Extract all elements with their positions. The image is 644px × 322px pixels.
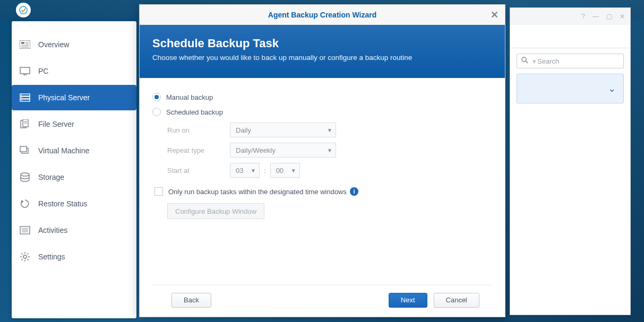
start-minute-select[interactable]: 00 ▼ bbox=[270, 163, 300, 178]
svg-line-29 bbox=[526, 61, 528, 63]
chevron-down-icon: ▼ bbox=[251, 168, 256, 173]
chevron-down-icon: ▼ bbox=[327, 127, 332, 133]
sidebar-item-storage[interactable]: Storage bbox=[12, 164, 136, 190]
field-repeat-type: Repeat type Daily/Weekly ▼ bbox=[167, 143, 492, 158]
app-launcher-icon[interactable] bbox=[16, 3, 31, 18]
svg-marker-22 bbox=[21, 200, 24, 203]
svg-point-28 bbox=[522, 57, 526, 62]
radio-label: Scheduled backup bbox=[166, 108, 223, 116]
sidebar-item-label: Overview bbox=[38, 40, 69, 49]
checkbox-label: Only run backup tasks within the designa… bbox=[168, 188, 347, 196]
radio-manual-backup[interactable]: Manual backup bbox=[152, 93, 492, 101]
background-app-window: ? — ▢ ✕ ▾ Search ⌄ bbox=[510, 7, 631, 315]
search-placeholder: Search bbox=[537, 57, 559, 65]
sidebar-item-label: File Server bbox=[38, 120, 74, 128]
overview-icon bbox=[19, 39, 31, 50]
banner-title: Schedule Backup Task bbox=[152, 37, 492, 50]
wizard-body: Manual backup Scheduled backup Run on Da… bbox=[140, 78, 505, 285]
svg-point-13 bbox=[21, 97, 22, 98]
wizard-banner: Schedule Backup Task Choose whether you … bbox=[140, 25, 505, 78]
sidebar-item-label: Storage bbox=[38, 173, 64, 181]
search-icon bbox=[521, 57, 528, 65]
sidebar-item-virtual-machine[interactable]: Virtual Machine bbox=[12, 138, 136, 163]
svg-point-0 bbox=[20, 6, 27, 14]
wizard-title: Agent Backup Creation Wizard bbox=[268, 11, 376, 19]
svg-rect-2 bbox=[21, 42, 24, 44]
sidebar-item-label: Activities bbox=[38, 226, 67, 234]
select-value: Daily bbox=[236, 126, 251, 134]
field-label: Run on bbox=[167, 126, 230, 134]
sidebar-item-label: Restore Status bbox=[38, 199, 88, 208]
svg-rect-7 bbox=[20, 67, 30, 74]
select-value: Daily/Weekly bbox=[236, 146, 276, 154]
file-server-icon bbox=[19, 118, 31, 130]
chevron-down-icon: ⌄ bbox=[608, 83, 616, 94]
back-button[interactable]: Back bbox=[171, 293, 211, 308]
sidebar-item-file-server[interactable]: File Server bbox=[12, 111, 136, 137]
banner-subtitle: Choose whether you would like to back up… bbox=[152, 54, 492, 62]
restore-icon bbox=[19, 198, 31, 210]
sidebar: Overview PC Physical Server File Server … bbox=[12, 21, 136, 318]
sidebar-item-settings[interactable]: Settings bbox=[12, 244, 136, 269]
chevron-down-icon: ▼ bbox=[291, 168, 296, 173]
svg-point-21 bbox=[21, 173, 29, 176]
time-separator: : bbox=[264, 167, 266, 175]
sidebar-item-overview[interactable]: Overview bbox=[12, 32, 136, 57]
button-label: Configure Backup Window bbox=[175, 207, 256, 215]
sidebar-item-label: Settings bbox=[38, 253, 65, 261]
radio-scheduled-backup[interactable]: Scheduled backup bbox=[152, 108, 492, 116]
svg-point-12 bbox=[21, 94, 22, 95]
sidebar-item-activities[interactable]: Activities bbox=[12, 217, 136, 243]
sidebar-item-label: Physical Server bbox=[38, 93, 90, 102]
svg-rect-20 bbox=[20, 146, 27, 152]
next-button[interactable]: Next bbox=[389, 293, 427, 308]
radio-icon bbox=[152, 108, 161, 116]
sidebar-item-restore-status[interactable]: Restore Status bbox=[12, 191, 136, 216]
window-controls: ? — ▢ ✕ bbox=[510, 8, 630, 25]
pc-icon bbox=[19, 65, 31, 77]
close-icon[interactable]: ✕ bbox=[491, 9, 499, 21]
sidebar-item-label: Virtual Machine bbox=[38, 146, 89, 155]
search-input[interactable]: ▾ Search bbox=[517, 54, 624, 68]
maximize-icon[interactable]: ▢ bbox=[606, 13, 612, 20]
gear-icon bbox=[19, 251, 31, 263]
svg-point-14 bbox=[21, 100, 22, 101]
sidebar-item-pc[interactable]: PC bbox=[12, 58, 136, 84]
svg-rect-1 bbox=[20, 40, 30, 49]
close-icon[interactable]: ✕ bbox=[620, 13, 625, 20]
minimize-icon[interactable]: — bbox=[593, 13, 599, 20]
wizard-titlebar: Agent Backup Creation Wizard ✕ bbox=[140, 5, 505, 25]
sidebar-item-physical-server[interactable]: Physical Server bbox=[12, 85, 136, 110]
activities-icon bbox=[19, 224, 31, 236]
field-run-on: Run on Daily ▼ bbox=[167, 123, 492, 137]
field-label: Start at bbox=[167, 167, 230, 175]
radio-label: Manual backup bbox=[166, 93, 213, 101]
select-value: 00 bbox=[276, 167, 284, 175]
expandable-panel[interactable]: ⌄ bbox=[517, 74, 624, 103]
help-icon[interactable]: ? bbox=[581, 13, 585, 20]
run-on-select[interactable]: Daily ▼ bbox=[230, 123, 336, 137]
svg-point-27 bbox=[23, 255, 27, 258]
field-label: Repeat type bbox=[167, 146, 230, 154]
checkbox-backup-window[interactable]: Only run backup tasks within the designa… bbox=[154, 187, 492, 196]
cancel-button[interactable]: Cancel bbox=[434, 293, 479, 308]
wizard-footer: Back Next Cancel bbox=[152, 285, 492, 315]
sidebar-item-label: PC bbox=[38, 67, 48, 75]
storage-icon bbox=[19, 171, 31, 183]
chevron-down-icon: ▼ bbox=[327, 147, 332, 153]
wizard-window: Agent Backup Creation Wizard ✕ Schedule … bbox=[139, 4, 505, 317]
radio-icon bbox=[152, 93, 161, 101]
checkbox-icon bbox=[154, 187, 163, 196]
field-start-at: Start at 03 ▼ : 00 ▼ bbox=[167, 163, 492, 178]
vm-icon bbox=[19, 145, 31, 156]
info-icon[interactable]: i bbox=[350, 187, 358, 196]
server-icon bbox=[19, 92, 31, 103]
configure-backup-window-button: Configure Backup Window bbox=[167, 203, 264, 219]
repeat-type-select[interactable]: Daily/Weekly ▼ bbox=[230, 143, 336, 158]
background-toolbar bbox=[510, 25, 630, 48]
start-hour-select[interactable]: 03 ▼ bbox=[230, 163, 260, 178]
select-value: 03 bbox=[236, 167, 243, 175]
